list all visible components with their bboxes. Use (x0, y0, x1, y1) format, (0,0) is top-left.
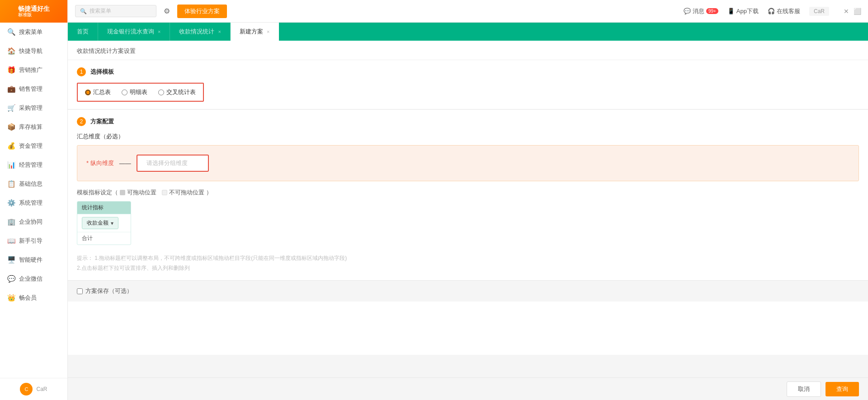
app-download-button[interactable]: 📱 App下载 (727, 7, 759, 15)
tab-new-plan-label: 新建方案 (240, 28, 263, 36)
not-draggable-box-icon (162, 190, 167, 195)
window-controls: ✕ ⬜ (843, 8, 861, 15)
step2-num: 2 (77, 117, 86, 126)
tab-receipt-stat[interactable]: 收款情况统计 × (170, 23, 230, 41)
home-icon: 🏠 (7, 47, 15, 55)
message-icon: 💬 (684, 8, 691, 14)
topbar-username: CaR (809, 7, 829, 16)
message-button[interactable]: 💬 消息 99+ (684, 7, 718, 15)
maximize-window-button[interactable]: ⬜ (854, 8, 861, 15)
sidebar-logo: 畅捷通好生 标准版 (0, 0, 67, 23)
sidebar-footer: C CaR (0, 378, 67, 400)
hint-area: 提示： 1.拖动标题栏可以调整布局，不可跨维度或指标区域拖动栏目字段(只能在同一… (77, 254, 859, 273)
sidebar-item-member[interactable]: 👑 畅会员 (0, 288, 67, 307)
close-window-button[interactable]: ✕ (843, 8, 850, 15)
step1-section: 1 选择模板 汇总表 明细表 交叉统计表 (68, 60, 868, 109)
query-button[interactable]: 查询 (826, 382, 859, 396)
metrics-tag-receipt[interactable]: 收款金额 ▾ (82, 217, 118, 229)
cancel-button[interactable]: 取消 (787, 381, 821, 397)
sidebar-item-newbie[interactable]: 📖 新手引导 (0, 231, 67, 250)
draggable-legend: 可拖动位置 (120, 188, 156, 197)
sidebar-item-label: 新手引导 (19, 237, 42, 245)
app-download-label: App下载 (736, 7, 759, 15)
inventory-icon: 📦 (7, 123, 15, 131)
tab-bank-flow[interactable]: 现金银行流水查询 × (98, 23, 170, 41)
save-plan-checkbox-label[interactable]: 方案保存（可选） (77, 287, 132, 295)
chevron-down-icon: ▾ (111, 220, 113, 226)
tab-receipt-stat-close-icon[interactable]: × (218, 29, 221, 34)
save-plan-checkbox[interactable] (77, 288, 83, 294)
not-draggable-label: 不可拖动位置 (169, 188, 204, 197)
draggable-label: 可拖动位置 (127, 188, 156, 197)
system-icon: ⚙️ (7, 199, 15, 207)
operation-icon: 📊 (7, 161, 15, 169)
sidebar-item-quick-nav[interactable]: 🏠 快捷导航 (0, 42, 67, 61)
metrics-subtotal-text: 合计 (82, 235, 93, 241)
sidebar-item-label: 企业微信 (19, 275, 42, 283)
sidebar-item-label: 采购管理 (19, 104, 42, 112)
radio-summary-input[interactable] (85, 89, 91, 95)
trial-industry-button[interactable]: 体验行业方案 (177, 5, 227, 18)
content-area: 收款情况统计方案设置 1 选择模板 汇总表 明细表 (68, 41, 868, 377)
step2-section: 2 方案配置 汇总维度（必选） * 纵向维度 —— 请选择分组维度 模板指标设定… (68, 109, 868, 280)
sidebar-item-label: 经营管理 (19, 161, 42, 169)
sidebar-item-sales[interactable]: 💼 销售管理 (0, 80, 67, 99)
sidebar-item-capital[interactable]: 💰 资金管理 (0, 136, 67, 155)
tab-new-plan[interactable]: 新建方案 × (231, 23, 279, 41)
tab-bank-flow-label: 现金银行流水查询 (107, 28, 154, 36)
sidebar-item-operation[interactable]: 📊 经营管理 (0, 155, 67, 174)
dimension-row: * 纵向维度 —— 请选择分组维度 (86, 155, 849, 172)
metrics-label: 统计指标 (82, 204, 104, 211)
sidebar-item-enterprise[interactable]: 🏢 企业协同 (0, 212, 67, 231)
online-service-label: 在线客服 (777, 7, 800, 15)
draggable-box-icon (120, 190, 125, 195)
step1-title: 选择模板 (90, 68, 114, 76)
radio-summary[interactable]: 汇总表 (85, 88, 111, 96)
service-icon: 🎧 (768, 8, 775, 14)
enterprise-icon: 🏢 (7, 218, 15, 226)
page-header: 收款情况统计方案设置 (68, 41, 868, 60)
radio-cross[interactable]: 交叉统计表 (158, 88, 196, 96)
metrics-tag-row: 收款金额 ▾ (77, 214, 131, 232)
sidebar-item-basic[interactable]: 📋 基础信息 (0, 174, 67, 193)
vertical-dimension-label: * 纵向维度 (86, 159, 114, 167)
logo-main-text: 畅捷通好生 (18, 5, 50, 13)
message-badge: 99+ (706, 8, 718, 14)
sidebar-item-inventory[interactable]: 📦 库存核算 (0, 118, 67, 136)
tab-home[interactable]: 首页 (68, 23, 98, 41)
topbar: 🔍 搜索菜单 ⚙ 体验行业方案 💬 消息 99+ 📱 App下载 🎧 在线客服 … (68, 0, 868, 23)
sidebar-item-purchase[interactable]: 🛒 采购管理 (0, 99, 67, 118)
step1-num: 1 (77, 67, 86, 76)
topbar-search[interactable]: 🔍 搜索菜单 (75, 5, 156, 17)
metrics-close-paren: ） (206, 188, 212, 197)
sidebar-item-wechat[interactable]: 💬 企业微信 (0, 269, 67, 288)
tab-home-label: 首页 (77, 28, 89, 36)
sidebar-item-smart-hardware[interactable]: 🖥️ 智能硬件 (0, 250, 67, 269)
settings-gear-icon[interactable]: ⚙ (164, 7, 170, 15)
template-selection: 汇总表 明细表 交叉统计表 (77, 83, 204, 102)
search-menu-icon: 🔍 (7, 28, 15, 36)
sidebar-item-label: 营销推广 (19, 66, 42, 74)
radio-detail-input[interactable] (122, 89, 127, 95)
radio-cross-input[interactable] (158, 89, 164, 95)
radio-cross-label: 交叉统计表 (166, 88, 196, 96)
sidebar-item-system[interactable]: ⚙️ 系统管理 (0, 193, 67, 212)
online-service-button[interactable]: 🎧 在线客服 (768, 7, 800, 15)
capital-icon: 💰 (7, 142, 15, 150)
sidebar-item-label: 系统管理 (19, 199, 42, 207)
message-label: 消息 (693, 7, 704, 15)
sidebar-item-label: 资金管理 (19, 142, 42, 150)
radio-detail[interactable]: 明细表 (122, 88, 147, 96)
sidebar-item-label: 库存核算 (19, 123, 42, 131)
sidebar-item-marketing[interactable]: 🎁 营销推广 (0, 61, 67, 80)
sidebar-item-search-menu[interactable]: 🔍 搜索菜单 (0, 23, 67, 42)
dimension-selector[interactable]: 请选择分组维度 (137, 155, 209, 172)
gift-icon: 🎁 (7, 66, 15, 74)
tab-bank-flow-close-icon[interactable]: × (158, 29, 160, 34)
newbie-icon: 📖 (7, 237, 15, 245)
tab-new-plan-close-icon[interactable]: × (267, 29, 269, 34)
radio-detail-label: 明细表 (130, 88, 147, 96)
search-placeholder-text: 搜索菜单 (90, 7, 111, 15)
basic-icon: 📋 (7, 180, 15, 188)
page-footer: 方案保存（可选） (68, 280, 868, 301)
